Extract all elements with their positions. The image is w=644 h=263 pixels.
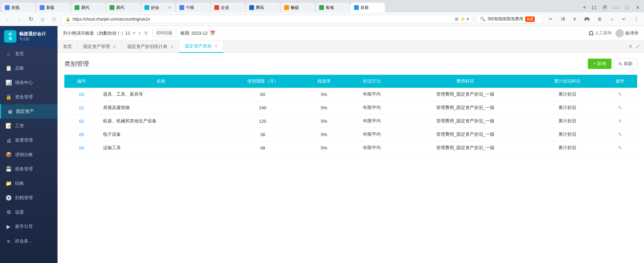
search-bar[interactable]: 🔍 360智能抠图免费用 热搜 [476,14,544,24]
table-row: 04 运输工具 48 5% 年限平均 管理费用_固定资产折旧_一级 累计折旧 ✎ [64,141,637,155]
edit-row-button-0[interactable]: ✎ [618,92,622,97]
browser-tab-6[interactable]: 个税 [176,3,210,12]
url-bar[interactable]: 🔒 https://cloud.chanjet.com/accounting/u… [61,15,473,23]
refresh-icon: ↻ [619,61,622,67]
nav-label-reports: 报表中心 [15,80,33,86]
sun-button[interactable]: ☼ [607,15,617,23]
new-tab-button[interactable]: + [580,3,589,12]
dropdown-company-icon[interactable]: ▾ [133,31,135,36]
dropdown-arrow-icon[interactable]: ▾ [467,16,469,22]
browser-menu-button[interactable]: ⋮ [631,15,641,23]
browser-tab-7[interactable]: 企业 [211,3,245,12]
table-body: 03 器具、工具、家具等 60 5% 年限平均 管理费用_固定资产折旧_一级 累… [64,88,637,155]
row-period-2: 120 [223,115,302,128]
page-title: 类别管理 [64,60,89,68]
add-company-icon[interactable]: + [138,30,141,36]
undo-button[interactable]: ↩ [619,15,629,23]
nav-icon-general-ledger: 📋 [5,65,12,71]
refresh-button[interactable]: ↻ 刷新 [614,58,637,69]
browser-tab-1[interactable]: 在线 [1,3,36,12]
headset-icon: 🎧 [589,31,594,36]
minimize-button[interactable]: — [611,3,621,12]
sidebar-item-reports[interactable]: 📊 报表中心 [0,75,58,90]
consult-label: 人工咨询 [595,30,611,36]
edit-row-button-1[interactable]: ✎ [618,105,622,110]
sidebar-item-tax[interactable]: 💾 税务管理 [0,162,58,176]
close-window-button[interactable]: ✕ [633,3,643,12]
sidebar-item-invoice[interactable]: 🖨 发票管理 [0,133,58,147]
lightning-icon[interactable]: ⚡ [460,16,465,22]
browser-tab-2[interactable]: 新版 [36,3,71,12]
page-tab-home[interactable]: 首页 [58,40,78,53]
sidebar-item-closing[interactable]: 📁 结账 [0,176,58,191]
sidebar-item-funds[interactable]: 🔒 资金管理 [0,90,58,104]
sidebar-item-inventory[interactable]: 📦 进销台账 [0,147,58,162]
nav-icon-settings: ⚙ [5,209,12,215]
page-tab-asset-category[interactable]: 固定资产类别✕ [179,40,224,53]
page-tab-depreciation-report[interactable]: 固定资产折旧统计表✕ [122,40,179,53]
page-tab-close-fixed-assets-mgr[interactable]: ✕ [113,44,116,49]
nav-icon-funds: 🔒 [5,94,12,100]
qr-code-icon[interactable]: ⊞ [455,16,458,22]
browser-tab-10[interactable]: 各地 [316,3,350,12]
browser-tab-11[interactable]: 目前 [351,3,385,12]
sidebar-item-payroll[interactable]: 📝 工资 [0,119,58,133]
sidebar-item-general-ledger[interactable]: 📋 总账 [0,61,58,75]
tab-favicon-1 [5,5,10,10]
maximize-tab-panel-button[interactable]: ⤢ [635,43,640,50]
game-button[interactable]: 🎮 [581,15,592,23]
sidebar-item-fixed-assets[interactable]: 🖥 固定资产 [0,104,58,119]
calendar-icon[interactable]: 📅 [210,31,215,36]
edit-row-button-3[interactable]: ✎ [618,132,622,137]
tab-label-11: 目前 [361,5,369,11]
edit-row-button-2[interactable]: ✎ [618,118,622,124]
tab-count-badge[interactable]: 11 [589,3,599,12]
page-tab-window-actions: ✕ ⤢ [628,43,644,50]
scissors-tool-button[interactable]: ✂ [546,15,555,23]
tab-label-2: 新版 [46,5,54,11]
bookmark-button[interactable]: ☆ [49,14,59,24]
row-expense-3: 管理费用_固定资产折旧_一级 [398,128,532,141]
browser-tab-9[interactable]: 畅提 [281,3,315,12]
user-avatar-area[interactable]: 徐泽华 [616,29,639,37]
sidebar-item-guide[interactable]: ▶ 新手引导 [0,219,58,234]
browser-tab-3[interactable]: 易代 [71,3,105,12]
reload-button[interactable]: ↻ [26,14,36,24]
table-header-残值率: 残值率 [302,75,346,88]
sidebar-item-more[interactable]: ≡ 好会多... [0,234,58,248]
tab-close-5[interactable]: ✕ [167,5,172,10]
app-layout: 好会 畅捷通好会计 专业版 ⌂ 首页 📋 总账 📊 报表中心 🔒 资金管理 🖥 … [0,26,644,263]
switch-old-version-button[interactable]: 切到旧版 [152,29,176,37]
row-residual-3: 5% [302,128,346,141]
translate-button[interactable]: 译 [558,15,568,24]
sidebar-item-home[interactable]: ⌂ 首页 [0,47,58,61]
settings-gear-icon[interactable]: ⚙ [144,31,148,36]
nav-label-archive: 归档管理 [15,195,33,201]
browser-tab-5[interactable]: 好会 ✕ [141,3,175,12]
coin-button[interactable]: ¥ [571,15,579,23]
add-new-button[interactable]: + 新增 [588,59,611,69]
company-name-text: 刘小艳演示账套（勿删勿动！）11 [63,30,130,36]
period-value: 2023-12 [191,31,208,36]
sidebar-item-archive[interactable]: 💿 归档管理 [0,191,58,205]
back-button[interactable]: ‹ [3,14,12,24]
page-tab-close-asset-category[interactable]: ✕ [214,44,218,49]
tab-label-5: 好会 [151,5,159,11]
browser-tab-4[interactable]: 易代 [106,3,140,12]
sidebar-item-settings[interactable]: ⚙ 设置 [0,205,58,219]
close-tab-panel-button[interactable]: ✕ [628,43,633,50]
home-browser-button[interactable]: ⌂ [38,14,47,24]
page-tab-close-depreciation-report[interactable]: ✕ [170,44,174,49]
consult-button[interactable]: 🎧 人工咨询 [589,30,611,36]
page-tab-fixed-assets-mgr[interactable]: 固定资产管理✕ [78,40,122,53]
row-accumulated-1: 累计折旧 [532,101,603,115]
maximize-button[interactable]: □ [622,3,632,12]
browser-tab-8[interactable]: 腾讯 [246,3,280,12]
edit-row-button-4[interactable]: ✎ [618,145,622,151]
content-area: 类别管理 + 新增 ↻ 刷新 编号名称使用期限（月）残值率折旧方法费用科目累计折… [58,53,644,263]
forward-button[interactable]: › [14,14,24,24]
grid-button[interactable]: ⊞ [595,15,604,23]
hot-badge: 热搜 [525,16,535,22]
restore-window-button[interactable]: 🗗 [600,3,610,12]
period-label: 账期 [180,30,189,36]
